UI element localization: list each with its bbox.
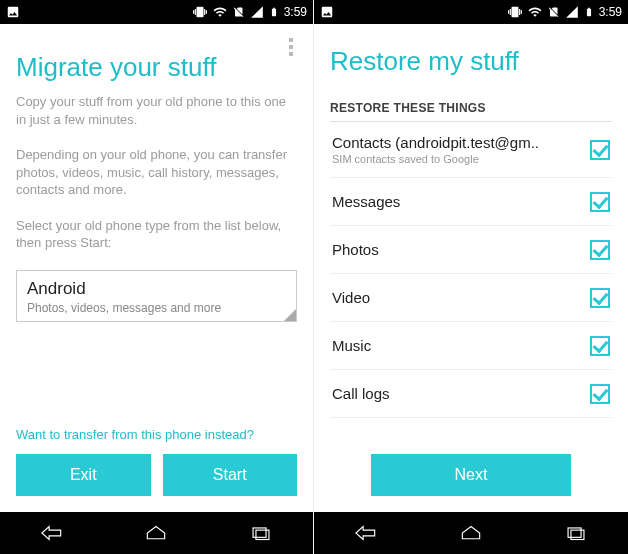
migrate-screen: 3:59 Migrate your stuff Copy your stuff … — [0, 0, 314, 554]
migrate-content: Migrate your stuff Copy your stuff from … — [0, 24, 313, 512]
checkbox-checked-icon[interactable] — [590, 140, 610, 160]
restore-item-label: Messages — [332, 193, 590, 210]
start-button[interactable]: Start — [163, 454, 298, 496]
vibrate-icon — [508, 5, 522, 19]
restore-item-sub: SIM contacts saved to Google — [332, 153, 590, 165]
restore-item-label: Photos — [332, 241, 590, 258]
svg-rect-1 — [256, 530, 269, 539]
select-subtext: Photos, videos, messages and more — [27, 301, 286, 315]
restore-item[interactable]: Call logs — [330, 370, 612, 418]
image-icon — [320, 5, 334, 19]
status-time: 3:59 — [284, 5, 307, 19]
svg-rect-3 — [571, 530, 584, 539]
battery-icon — [269, 5, 279, 19]
next-button[interactable]: Next — [371, 454, 571, 496]
battery-icon — [584, 5, 594, 19]
intro-paragraph-1: Copy your stuff from your old phone to t… — [16, 93, 297, 128]
button-row: Next — [330, 454, 612, 496]
button-row: Exit Start — [16, 454, 297, 496]
restore-item[interactable]: Photos — [330, 226, 612, 274]
page-title: Migrate your stuff — [16, 52, 297, 83]
intro-paragraph-2: Depending on your old phone, you can tra… — [16, 146, 297, 199]
restore-item[interactable]: Video — [330, 274, 612, 322]
wifi-icon — [527, 5, 543, 19]
restore-item-label: Video — [332, 289, 590, 306]
restore-item-label: Call logs — [332, 385, 590, 402]
status-bar: 3:59 — [314, 0, 628, 24]
checkbox-checked-icon[interactable] — [590, 336, 610, 356]
page-title: Restore my stuff — [330, 46, 612, 77]
svg-rect-2 — [568, 528, 581, 537]
no-sim-icon — [233, 5, 245, 19]
dropdown-corner-icon — [284, 309, 296, 321]
svg-rect-0 — [253, 528, 266, 537]
back-icon[interactable] — [353, 523, 379, 543]
restore-screen: 3:59 Restore my stuff RESTORE THESE THIN… — [314, 0, 628, 554]
restore-item[interactable]: Messages — [330, 178, 612, 226]
status-time: 3:59 — [599, 5, 622, 19]
home-icon[interactable] — [143, 523, 169, 543]
checkbox-checked-icon[interactable] — [590, 240, 610, 260]
transfer-from-this-phone-link[interactable]: Want to transfer from this phone instead… — [16, 427, 254, 442]
restore-item[interactable]: Contacts (androidpit.test@gm..SIM contac… — [330, 122, 612, 178]
select-value: Android — [27, 279, 286, 299]
signal-icon — [250, 5, 264, 19]
restore-item-label: Music — [332, 337, 590, 354]
checkbox-checked-icon[interactable] — [590, 192, 610, 212]
restore-content: Restore my stuff RESTORE THESE THINGS Co… — [314, 24, 628, 512]
image-icon — [6, 5, 20, 19]
exit-button[interactable]: Exit — [16, 454, 151, 496]
overflow-menu-icon[interactable] — [289, 38, 293, 56]
section-header: RESTORE THESE THINGS — [330, 101, 612, 122]
no-sim-icon — [548, 5, 560, 19]
intro-paragraph-3: Select your old phone type from the list… — [16, 217, 297, 252]
wifi-icon — [212, 5, 228, 19]
recent-apps-icon[interactable] — [248, 523, 274, 543]
restore-item[interactable]: Music — [330, 322, 612, 370]
restore-item-label: Contacts (androidpit.test@gm.. — [332, 134, 590, 151]
checkbox-checked-icon[interactable] — [590, 384, 610, 404]
vibrate-icon — [193, 5, 207, 19]
restore-list: Contacts (androidpit.test@gm..SIM contac… — [330, 122, 612, 418]
signal-icon — [565, 5, 579, 19]
recent-apps-icon[interactable] — [563, 523, 589, 543]
status-bar: 3:59 — [0, 0, 313, 24]
nav-bar — [314, 512, 628, 554]
home-icon[interactable] — [458, 523, 484, 543]
phone-type-select[interactable]: Android Photos, videos, messages and mor… — [16, 270, 297, 322]
back-icon[interactable] — [39, 523, 65, 543]
checkbox-checked-icon[interactable] — [590, 288, 610, 308]
nav-bar — [0, 512, 313, 554]
